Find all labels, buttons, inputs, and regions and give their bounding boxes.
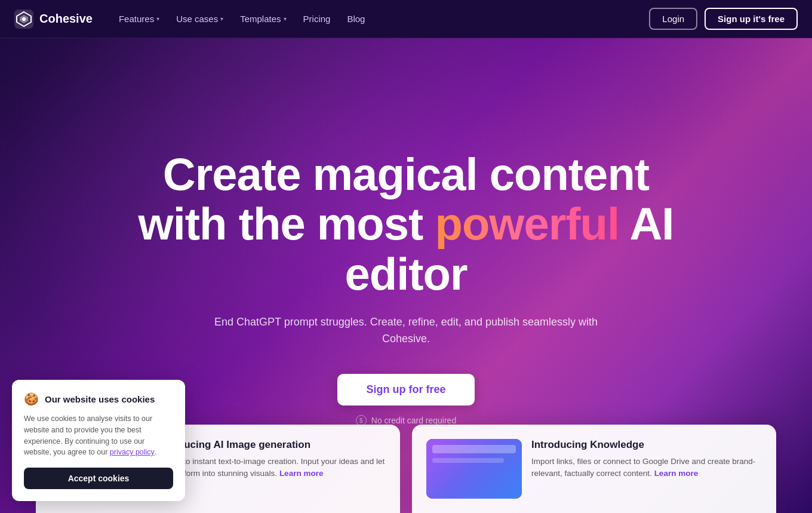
accept-cookies-button[interactable]: Accept cookies: [24, 468, 173, 489]
hero-cta-button[interactable]: Sign up for free: [337, 374, 474, 406]
chevron-down-icon: ▾: [284, 16, 287, 22]
login-button[interactable]: Login: [649, 8, 697, 30]
card-learn-more-knowledge[interactable]: Learn more: [654, 469, 699, 478]
nav-blog[interactable]: Blog: [340, 9, 372, 29]
navbar-left: Cohesive Features ▾ Use cases ▾ Template…: [14, 9, 372, 29]
cookie-body: We use cookies to analyse visits to our …: [24, 413, 173, 458]
card-learn-more-ai[interactable]: Learn more: [279, 469, 324, 478]
nav-pricing[interactable]: Pricing: [296, 9, 338, 29]
nav-features[interactable]: Features ▾: [112, 9, 167, 29]
card-title-knowledge: Introducing Knowledge: [531, 439, 762, 451]
cookie-emoji: 🍪: [24, 392, 39, 406]
card-text-knowledge: Introducing Knowledge Import links, file…: [531, 439, 762, 480]
nav-templates[interactable]: Templates ▾: [233, 9, 293, 29]
nav-links: Features ▾ Use cases ▾ Templates ▾ Prici…: [112, 9, 373, 29]
cookie-banner: 🍪 Our website uses cookies We use cookie…: [12, 380, 185, 501]
chevron-down-icon: ▾: [220, 16, 223, 22]
nav-use-cases[interactable]: Use cases ▾: [169, 9, 230, 29]
hero-title-prefix: with the most: [139, 198, 435, 249]
card-text-ai: Introducing AI Image generation Access t…: [155, 439, 386, 480]
hero-cta: Sign up for free $ No credit card requir…: [102, 374, 710, 426]
hero-title-powerful: powerful: [435, 198, 619, 249]
svg-point-3: [22, 17, 26, 21]
card-description-ai: Access to instant text-to-image creation…: [155, 456, 386, 480]
hero-title-line1: Create magical content: [102, 149, 710, 199]
cohesive-logo-icon: [14, 10, 33, 29]
cookie-header: 🍪 Our website uses cookies: [24, 392, 173, 406]
navbar: Cohesive Features ▾ Use cases ▾ Template…: [0, 0, 812, 38]
logo[interactable]: Cohesive: [14, 10, 93, 29]
card-image-visual-knowledge: [426, 439, 522, 499]
navbar-right: Login Sign up it's free: [649, 8, 798, 30]
card-image-knowledge: [426, 439, 522, 499]
card-title-ai: Introducing AI Image generation: [155, 439, 386, 451]
hero-title-line2: with the most powerful AI editor: [102, 199, 710, 299]
feature-card-knowledge: Introducing Knowledge Import links, file…: [412, 425, 776, 513]
cookie-title: Our website uses cookies: [45, 394, 155, 404]
brand-name: Cohesive: [39, 12, 93, 26]
signup-button[interactable]: Sign up it's free: [705, 8, 798, 30]
privacy-policy-link[interactable]: privacy policy: [110, 448, 155, 456]
hero-subtitle: End ChatGPT prompt struggles. Create, re…: [197, 314, 615, 348]
card-description-knowledge: Import links, files or connect to Google…: [531, 456, 762, 480]
chevron-down-icon: ▾: [156, 16, 159, 22]
